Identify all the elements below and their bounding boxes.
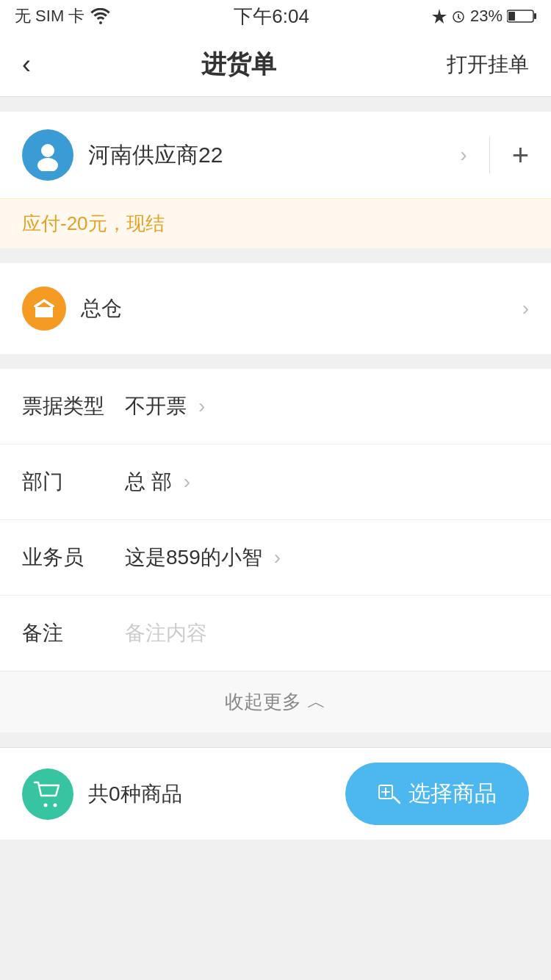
remarks-row[interactable]: 备注 备注内容 [0, 596, 551, 671]
supplier-row[interactable]: 河南供应商22 › + [0, 112, 551, 198]
warehouse-name: 总仓 [81, 295, 522, 323]
department-label: 部门 [22, 468, 125, 496]
wifi-icon [90, 8, 111, 24]
warehouse-icon-wrap [22, 287, 66, 331]
department-chevron-icon: › [184, 470, 190, 494]
warehouse-icon [32, 296, 57, 321]
status-time: 下午6:04 [234, 4, 309, 29]
collapse-button[interactable]: 收起更多 ︿ [0, 671, 551, 732]
collapse-label: 收起更多 ︿ [225, 691, 325, 713]
page-background [0, 840, 551, 980]
form-section: 票据类型 不开票 › 部门 总 部 › 业务员 这是859的小智 › 备注 备注… [0, 369, 551, 671]
warehouse-section: 总仓 › [0, 263, 551, 354]
divider [489, 137, 490, 173]
salesman-label: 业务员 [22, 544, 125, 572]
add-supplier-button[interactable]: + [512, 139, 529, 172]
battery-text: 23% [470, 7, 503, 26]
signal-text: 无 SIM 卡 [15, 5, 84, 27]
department-value: 总 部 [125, 468, 172, 496]
cart-icon-wrap [22, 768, 73, 820]
salesman-value: 这是859的小智 [125, 544, 262, 572]
status-bar: 无 SIM 卡 下午6:04 23% [0, 0, 551, 32]
svg-point-5 [41, 144, 54, 157]
salesman-chevron-icon: › [274, 546, 281, 569]
supplier-avatar [22, 129, 73, 181]
open-pending-button[interactable]: 打开挂单 [447, 51, 529, 79]
invoice-label: 票据类型 [22, 392, 125, 420]
avatar-svg [32, 139, 64, 171]
remarks-label: 备注 [22, 619, 125, 647]
nav-bar: ‹ 进货单 打开挂单 [0, 32, 551, 97]
department-row[interactable]: 部门 总 部 › [0, 444, 551, 520]
svg-point-1 [458, 16, 459, 18]
separator-3 [0, 354, 551, 369]
supplier-chevron-icon: › [460, 143, 467, 167]
status-right: 23% [432, 7, 536, 26]
salesman-row[interactable]: 业务员 这是859的小智 › [0, 520, 551, 596]
warehouse-row[interactable]: 总仓 › [0, 263, 551, 354]
location-icon [432, 9, 447, 24]
cart-icon [33, 781, 62, 807]
page-title: 进货单 [201, 48, 276, 82]
svg-point-7 [44, 803, 48, 807]
bottom-bar: 共0种商品 选择商品 [0, 747, 551, 840]
separator-4 [0, 732, 551, 747]
invoice-row[interactable]: 票据类型 不开票 › [0, 369, 551, 444]
select-product-button[interactable]: 选择商品 [345, 763, 529, 825]
invoice-value: 不开票 [125, 392, 187, 420]
back-button[interactable]: ‹ [22, 49, 31, 80]
select-product-icon [378, 784, 401, 804]
supplier-section: 河南供应商22 › + 应付-20元，现结 [0, 112, 551, 248]
svg-rect-4 [508, 12, 515, 21]
alarm-icon [451, 9, 466, 24]
status-left: 无 SIM 卡 [15, 5, 111, 27]
svg-rect-3 [534, 13, 536, 19]
remarks-input[interactable]: 备注内容 [125, 619, 529, 647]
select-product-label: 选择商品 [408, 779, 497, 809]
supplier-name: 河南供应商22 [88, 140, 460, 170]
separator-2 [0, 248, 551, 263]
top-separator [0, 97, 551, 112]
product-count-label: 共0种商品 [88, 780, 345, 808]
notice-text: 应付-20元，现结 [22, 212, 165, 234]
battery-icon [507, 9, 536, 24]
svg-point-6 [37, 158, 58, 171]
notice-bar: 应付-20元，现结 [0, 198, 551, 248]
warehouse-chevron-icon: › [522, 297, 529, 320]
svg-point-8 [54, 803, 57, 807]
invoice-chevron-icon: › [198, 394, 205, 418]
